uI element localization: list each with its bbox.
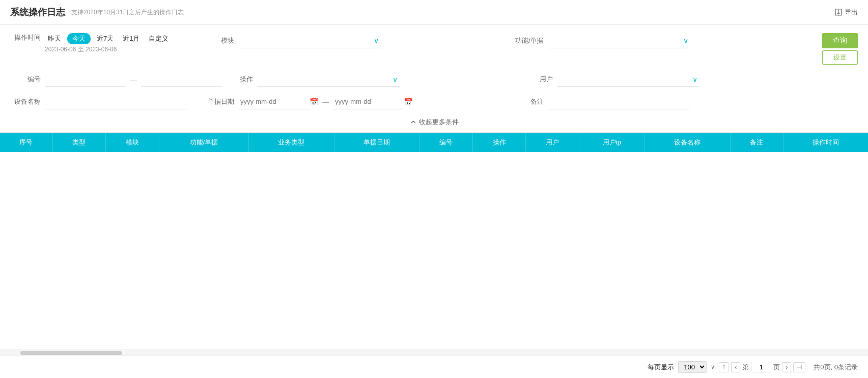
user-label: 用户 (517, 75, 553, 84)
export-label: 导出 (845, 8, 858, 17)
table-col-设备名称: 设备名称 (645, 133, 730, 152)
time-option-custom[interactable]: 自定义 (146, 33, 172, 44)
time-range: 2023-06-06 至 2023-06-06 (45, 45, 172, 54)
table-col-编号: 编号 (419, 133, 472, 152)
table-col-操作时间: 操作时间 (783, 133, 868, 152)
per-page-arrow-icon: ∨ (711, 364, 715, 370)
number-label: 编号 (10, 75, 41, 84)
export-icon (834, 8, 843, 16)
function-label: 功能/单据 (508, 36, 544, 45)
settings-button[interactable]: 设置 (822, 50, 858, 65)
collapse-button[interactable]: 收起更多条件 (410, 118, 459, 127)
table-col-操作: 操作 (472, 133, 525, 152)
table-col-序号: 序号 (0, 133, 52, 152)
query-button[interactable]: 查询 (822, 33, 858, 48)
device-input[interactable] (45, 94, 187, 109)
number-input-start[interactable] (45, 72, 126, 87)
next-page-button[interactable]: › (782, 362, 791, 372)
per-page-label: 每页显示 (648, 363, 674, 372)
page-subtitle: 支持2020年10月31日之后产生的操作日志 (71, 8, 184, 17)
date-start-input[interactable] (238, 94, 310, 109)
collapse-icon (410, 119, 417, 126)
table-col-用户: 用户 (526, 133, 579, 152)
module-label: 模块 (204, 36, 234, 45)
operation-select[interactable] (257, 72, 400, 87)
table-col-用户ip: 用户ip (579, 133, 645, 152)
time-option-1month[interactable]: 近1月 (120, 33, 143, 44)
page-unit: 页 (773, 363, 780, 372)
page-input[interactable] (751, 362, 771, 372)
horizontal-scrollbar[interactable] (0, 350, 868, 356)
collapse-label: 收起更多条件 (419, 118, 459, 127)
table-col-类型: 类型 (52, 133, 105, 152)
calendar-start-icon[interactable]: 📅 (310, 98, 318, 106)
prev-page-button[interactable]: ‹ (731, 362, 740, 372)
scrollbar-thumb[interactable] (20, 351, 122, 355)
page-title: 系统操作日志 (10, 6, 65, 18)
remark-label: 备注 (508, 97, 544, 106)
time-label: 操作时间 (10, 33, 41, 42)
table-col-备注: 备注 (730, 133, 783, 152)
date-dash: — (322, 98, 329, 106)
function-select[interactable] (548, 33, 690, 48)
time-option-yesterday[interactable]: 昨天 (45, 33, 64, 44)
time-option-today[interactable]: 今天 (67, 33, 91, 44)
date-end-input[interactable] (333, 94, 404, 109)
date-label: 单据日期 (204, 97, 234, 106)
calendar-end-icon[interactable]: 📅 (404, 98, 413, 106)
export-button[interactable]: 导出 (834, 8, 858, 17)
last-page-button[interactable]: ⊣ (793, 362, 805, 372)
data-table: 序号类型模块功能/单据业务类型单据日期编号操作用户用户ip设备名称备注操作时间 (0, 133, 868, 152)
time-option-7days[interactable]: 近7天 (94, 33, 117, 44)
number-input-end[interactable] (141, 72, 222, 87)
table-col-模块: 模块 (106, 133, 159, 152)
device-label: 设备名称 (10, 97, 41, 106)
operation-label: 操作 (222, 75, 253, 84)
module-select[interactable] (238, 33, 381, 48)
action-buttons: 查询 设置 (822, 33, 858, 65)
number-dash: — (130, 76, 137, 83)
first-page-button[interactable]: ⊺ (719, 362, 729, 372)
table-col-功能/单据: 功能/单据 (159, 133, 248, 152)
remark-input[interactable] (548, 94, 690, 109)
table-col-业务类型: 业务类型 (249, 133, 334, 152)
pagination-nav: ⊺ ‹ 第 页 › ⊣ (719, 362, 805, 372)
page-label: 第 (742, 363, 749, 372)
total-count: 共0页, 0条记录 (814, 363, 858, 372)
user-select[interactable] (557, 72, 699, 87)
per-page-select[interactable]: 50100200 (678, 361, 707, 373)
table-col-单据日期: 单据日期 (334, 133, 419, 152)
